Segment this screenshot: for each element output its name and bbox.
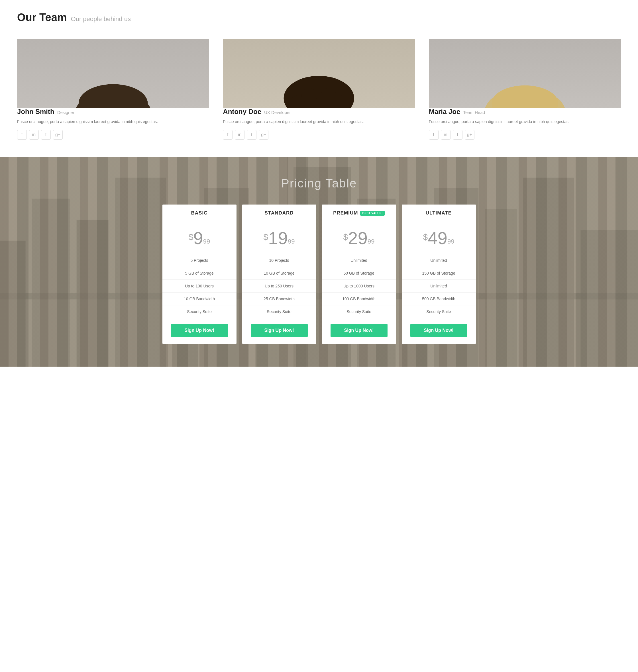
facebook-icon-0[interactable]: f [17, 130, 27, 140]
member-name-row-0: John Smith Designer [17, 108, 209, 116]
pricing-section: Pricing Table BASIC $999 5 Projects5 GB … [0, 157, 638, 367]
plan-features-premium: Unlimited50 GB of StorageUp to 1000 User… [322, 254, 396, 318]
plan-feature-basic-4: Security Suite [163, 305, 236, 318]
best-value-badge-premium: BEST VALUE! [360, 211, 384, 216]
pricing-grid: BASIC $999 5 Projects5 GB of StorageUp t… [163, 205, 476, 344]
team-section-subtitle: Our people behind us [71, 15, 131, 23]
member-name-0: John Smith [17, 108, 54, 116]
plan-name-basic: BASIC [191, 210, 208, 216]
team-section: Our Team Our people behind us [0, 0, 638, 157]
plan-feature-premium-2: Up to 1000 Users [322, 280, 396, 293]
facebook-icon-2[interactable]: f [429, 130, 438, 140]
plan-feature-standard-4: Security Suite [242, 305, 316, 318]
plan-cta-ultimate: Sign Up Now! [402, 318, 476, 344]
price-main-premium: 29 [348, 229, 368, 247]
plan-name-premium: PREMIUM [333, 210, 358, 216]
plan-feature-standard-2: Up to 250 Users [242, 280, 316, 293]
plan-feature-ultimate-4: Security Suite [402, 305, 476, 318]
member-photo-0 [17, 39, 209, 108]
social-icons-2: f in t g+ [429, 130, 621, 140]
plan-feature-premium-1: 50 GB of Storage [322, 267, 396, 280]
twitter-icon-1[interactable]: t [247, 130, 256, 140]
member-photo-2 [429, 39, 621, 108]
price-amount-basic: $999 [167, 229, 232, 247]
plan-name-ultimate: ULTIMATE [426, 210, 452, 216]
plan-feature-standard-3: 25 GB Bandwidth [242, 293, 316, 305]
plan-features-ultimate: Unlimited150 GB of StorageUnlimited500 G… [402, 254, 476, 318]
twitter-icon-0[interactable]: t [41, 130, 51, 140]
team-member-2: Maria Joe Team Head Fusce orci augue, po… [429, 39, 621, 140]
plan-price-basic: $999 [163, 221, 236, 254]
plan-feature-ultimate-2: Unlimited [402, 280, 476, 293]
plan-feature-basic-1: 5 GB of Storage [163, 267, 236, 280]
member-name-2: Maria Joe [429, 108, 460, 116]
plan-cta-basic: Sign Up Now! [163, 318, 236, 344]
pricing-card-standard: STANDARD $1999 10 Projects10 GB of Stora… [242, 205, 316, 344]
team-grid: John Smith Designer Fusce orci augue, po… [17, 39, 621, 140]
price-main-ultimate: 49 [428, 229, 447, 247]
plan-cta-standard: Sign Up Now! [242, 318, 316, 344]
linkedin-icon-0[interactable]: in [29, 130, 39, 140]
team-member-1: Antony Doe UX Developer Fusce orci augue… [223, 39, 415, 140]
plan-feature-premium-4: Security Suite [322, 305, 396, 318]
svg-point-23 [321, 88, 336, 103]
linkedin-icon-2[interactable]: in [441, 130, 451, 140]
plan-feature-ultimate-3: 500 GB Bandwidth [402, 293, 476, 305]
plan-header-premium: PREMIUM BEST VALUE! [322, 205, 396, 221]
plan-header-ultimate: ULTIMATE [402, 205, 476, 221]
googleplus-icon-2[interactable]: g+ [465, 130, 474, 140]
plan-feature-premium-3: 100 GB Bandwidth [322, 293, 396, 305]
team-header: Our Team Our people behind us [17, 12, 621, 29]
member-role-0: Designer [57, 110, 74, 115]
signup-button-premium[interactable]: Sign Up Now! [331, 324, 388, 337]
price-amount-premium: $2999 [326, 229, 391, 247]
plan-feature-ultimate-0: Unlimited [402, 254, 476, 267]
plan-price-ultimate: $4999 [402, 221, 476, 254]
price-amount-ultimate: $4999 [406, 229, 471, 247]
member-bio-2: Fusce orci augue, porta a sapien digniss… [429, 119, 621, 125]
price-cents-basic: 99 [203, 238, 210, 245]
plan-cta-premium: Sign Up Now! [322, 318, 396, 344]
team-section-title: Our Team [17, 12, 67, 24]
signup-button-basic[interactable]: Sign Up Now! [171, 324, 228, 337]
member-name-1: Antony Doe [223, 108, 261, 116]
social-icons-0: f in t g+ [17, 130, 209, 140]
plan-feature-basic-0: 5 Projects [163, 254, 236, 267]
price-amount-standard: $1999 [247, 229, 312, 247]
price-dollar-basic: $ [189, 233, 194, 241]
linkedin-icon-1[interactable]: in [235, 130, 245, 140]
plan-features-standard: 10 Projects10 GB of StorageUp to 250 Use… [242, 254, 316, 318]
plan-feature-standard-0: 10 Projects [242, 254, 316, 267]
price-dollar-standard: $ [263, 233, 268, 241]
plan-feature-ultimate-1: 150 GB of Storage [402, 267, 476, 280]
price-cents-ultimate: 99 [447, 238, 454, 245]
googleplus-icon-1[interactable]: g+ [259, 130, 268, 140]
member-role-1: UX Developer [264, 110, 291, 115]
price-dollar-premium: $ [343, 233, 348, 241]
plan-feature-basic-3: 10 GB Bandwidth [163, 293, 236, 305]
member-role-2: Team Head [463, 110, 485, 115]
price-cents-premium: 99 [368, 238, 374, 245]
pricing-card-basic: BASIC $999 5 Projects5 GB of StorageUp t… [163, 205, 236, 344]
plan-price-standard: $1999 [242, 221, 316, 254]
price-main-standard: 19 [268, 229, 288, 247]
member-name-row-2: Maria Joe Team Head [429, 108, 621, 116]
svg-point-22 [302, 88, 317, 103]
plan-name-standard: STANDARD [265, 210, 293, 216]
plan-feature-basic-2: Up to 100 Users [163, 280, 236, 293]
plan-features-basic: 5 Projects5 GB of StorageUp to 100 Users… [163, 254, 236, 318]
googleplus-icon-0[interactable]: g+ [53, 130, 63, 140]
plan-feature-standard-1: 10 GB of Storage [242, 267, 316, 280]
twitter-icon-2[interactable]: t [453, 130, 463, 140]
signup-button-ultimate[interactable]: Sign Up Now! [410, 324, 467, 337]
member-bio-1: Fusce orci augue, porta a sapien digniss… [223, 119, 415, 125]
team-member-0: John Smith Designer Fusce orci augue, po… [17, 39, 209, 140]
price-cents-standard: 99 [288, 238, 295, 245]
pricing-card-premium: PREMIUM BEST VALUE! $2999 Unlimited50 GB… [322, 205, 396, 344]
pricing-content: Pricing Table BASIC $999 5 Projects5 GB … [12, 177, 626, 344]
facebook-icon-1[interactable]: f [223, 130, 233, 140]
signup-button-standard[interactable]: Sign Up Now! [251, 324, 308, 337]
member-photo-1 [223, 39, 415, 108]
price-dollar-ultimate: $ [423, 233, 428, 241]
plan-header-basic: BASIC [163, 205, 236, 221]
